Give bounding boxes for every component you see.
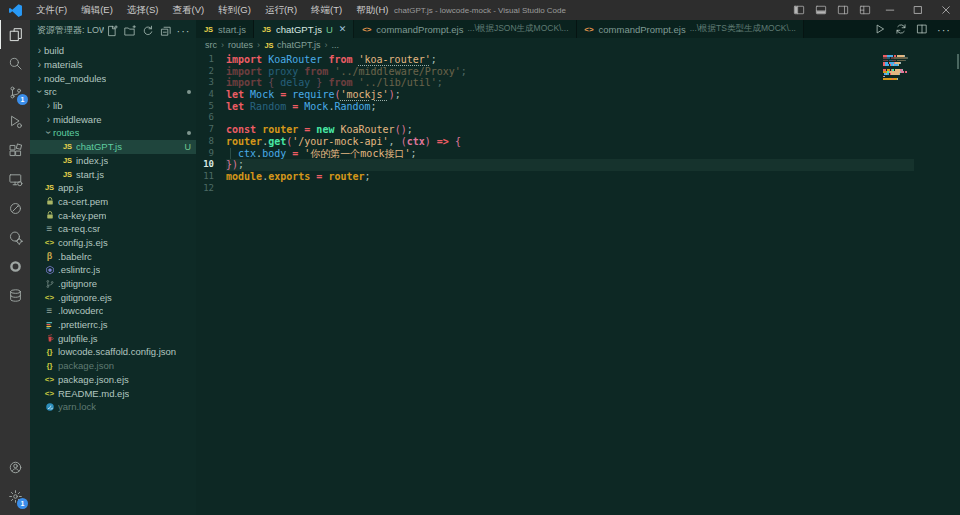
tree-file-.lowcoderc[interactable]: ≡.lowcoderc — [30, 304, 196, 318]
tree-folder-node-modules[interactable]: ›node_modules — [30, 71, 196, 85]
tree-item-label: build — [44, 45, 64, 56]
account-activity-button[interactable] — [0, 453, 30, 482]
menu-item-6[interactable]: 运行(R) — [258, 0, 304, 20]
customize-layout-button[interactable] — [854, 0, 876, 20]
explorer-activity-button[interactable] — [0, 20, 30, 49]
code-line-1[interactable]: 1import KoaRouter from 'koa-router'; — [196, 54, 960, 66]
tab-commandPrompt.ejs[interactable]: <>commandPrompt.ejs...\根据JSON生成MOCK\... — [354, 20, 576, 38]
tree-folder-src[interactable]: ›src — [30, 85, 196, 99]
remote-explorer-activity-button[interactable] — [0, 165, 30, 194]
code-line-10[interactable]: 10}); — [196, 159, 960, 171]
views-more-actions-button[interactable]: ··· — [176, 23, 191, 38]
menu-item-5[interactable]: 转到(G) — [211, 0, 258, 20]
activity-bar: 11 — [0, 20, 30, 515]
tree-folder-build[interactable]: ›build — [30, 44, 196, 58]
menu-item-2[interactable]: 编辑(E) — [74, 0, 120, 20]
new-folder-button[interactable] — [122, 23, 137, 38]
editor-actions: ··· — [874, 20, 960, 38]
code-line-8[interactable]: 8router.get('/your-mock-api', (ctx) => { — [196, 136, 960, 148]
line-number: 2 — [196, 66, 226, 78]
menu-item-7[interactable]: 终端(T) — [304, 0, 349, 20]
tool-donut-activity-button[interactable] — [0, 252, 30, 281]
tab-commandPrompt.ejs[interactable]: <>commandPrompt.ejs...\根据TS类型生成MOCK\... — [577, 20, 804, 38]
code-editor[interactable]: 1import KoaRouter from 'koa-router';2imp… — [196, 52, 960, 515]
maximize-button[interactable] — [904, 0, 932, 20]
tree-file-ca-cert.pem[interactable]: ca-cert.pem — [30, 195, 196, 209]
extensions-activity-button[interactable] — [0, 136, 30, 165]
code-line-11[interactable]: 11module.exports = router; — [196, 171, 960, 183]
menu-item-1[interactable]: 文件(F) — [29, 0, 74, 20]
code-line-4[interactable]: 4let Mock = require('mockjs'); — [196, 89, 960, 101]
tree-file-.prettierrc.js[interactable]: .prettierrc.js — [30, 318, 196, 332]
tab-close-icon[interactable]: ✕ — [339, 24, 347, 34]
menu-item-8[interactable]: 帮助(H) — [349, 0, 395, 20]
run-and-debug-activity-button[interactable] — [0, 107, 30, 136]
tab-label: commandPrompt.ejs — [376, 24, 463, 35]
tree-file-README.md.ejs[interactable]: <>README.md.ejs — [30, 386, 196, 400]
babel-file-icon: β — [44, 251, 58, 262]
tree-file-gulpfile.js[interactable]: gulpfile.js — [30, 331, 196, 345]
source-control-activity-button[interactable]: 1 — [0, 78, 30, 107]
tab-start.js[interactable]: JSstart.js — [196, 20, 254, 38]
settings-activity-button[interactable]: 1 — [0, 482, 30, 511]
code-line-12[interactable]: 12 — [196, 183, 960, 195]
new-file-button[interactable] — [104, 23, 119, 38]
refresh-explorer-button[interactable] — [140, 23, 155, 38]
tree-file-index.js[interactable]: JSindex.js — [30, 154, 196, 168]
toggle-secondary-sidebar-button[interactable] — [832, 0, 854, 20]
tree-file-package.json.ejs[interactable]: <>package.json.ejs — [30, 373, 196, 387]
tree-file-yarn.lock[interactable]: yarn.lock — [30, 400, 196, 414]
minimize-button[interactable] — [876, 0, 904, 20]
code-line-6[interactable]: 6 — [196, 112, 960, 124]
tree-folder-routes[interactable]: ›routes — [30, 126, 196, 140]
database-activity-button[interactable] — [0, 281, 30, 310]
breadcrumb-item-...[interactable]: ... — [332, 40, 340, 50]
tree-file-ca-req.csr[interactable]: ≡ca-req.csr — [30, 222, 196, 236]
ejs-file-icon: <> — [44, 237, 58, 248]
tree-file-app.js[interactable]: JSapp.js — [30, 181, 196, 195]
more-actions-button[interactable]: ··· — [937, 20, 951, 38]
tree-folder-middleware[interactable]: ›middleware — [30, 112, 196, 126]
tree-file-.gitignore.ejs[interactable]: <>.gitignore.ejs — [30, 290, 196, 304]
code-line-7[interactable]: 7const router = new KoaRouter(); — [196, 124, 960, 136]
menu-item-4[interactable]: 查看(V) — [165, 0, 211, 20]
breadcrumb-item-src[interactable]: src — [205, 40, 217, 50]
code-line-5[interactable]: 5let Random = Mock.Random; — [196, 101, 960, 113]
toggle-panel-button[interactable] — [810, 0, 832, 20]
sync-run-button[interactable] — [895, 23, 907, 35]
toggle-primary-sidebar-button[interactable] — [788, 0, 810, 20]
tool-circle-gear-activity-button[interactable] — [0, 223, 30, 252]
scrollbar[interactable] — [957, 54, 959, 69]
tree-file-package.json[interactable]: {}package.json — [30, 359, 196, 373]
tree-folder-lib[interactable]: ›lib — [30, 99, 196, 113]
code-line-9[interactable]: 9 ctx.body = '你的第一个mock接口'; — [196, 148, 960, 160]
close-button[interactable] — [932, 0, 960, 20]
tree-file-chatGPT.js[interactable]: JSchatGPT.jsU — [30, 140, 196, 154]
tree-file-start.js[interactable]: JSstart.js — [30, 167, 196, 181]
collapse-folders-button[interactable] — [158, 23, 173, 38]
code-line-content: const router = new KoaRouter(); — [226, 124, 914, 136]
breadcrumb-item-chatGPT.js[interactable]: JSchatGPT.js — [264, 40, 321, 50]
menu-item-3[interactable]: 选择(S) — [120, 0, 166, 20]
breadcrumb[interactable]: src›routes›JSchatGPT.js›... — [196, 38, 960, 52]
tree-file-ca-key.pem[interactable]: ca-key.pem — [30, 208, 196, 222]
tree-folder-materials[interactable]: ›materials — [30, 58, 196, 72]
run-and-debug-icon — [8, 114, 23, 129]
code-line-2[interactable]: 2import proxy from '../middleware/Proxy'… — [196, 66, 960, 78]
breadcrumb-item-routes[interactable]: routes — [228, 40, 253, 50]
explorer-actions: ··· — [104, 23, 191, 38]
tab-chatGPT.js[interactable]: JSchatGPT.jsU✕ — [254, 20, 354, 38]
tree-file-.babelrc[interactable]: β.babelrc — [30, 249, 196, 263]
tree-file-.gitignore[interactable]: .gitignore — [30, 277, 196, 291]
search-activity-button[interactable] — [0, 49, 30, 78]
tool-circle-slash-activity-button[interactable] — [0, 194, 30, 223]
chevron-right-icon: › — [44, 115, 53, 124]
tree-file-.eslintrc.js[interactable]: .eslintrc.js — [30, 263, 196, 277]
split-editor-button[interactable] — [916, 23, 928, 35]
run-code-button[interactable] — [874, 23, 886, 35]
tree-file-config.js.ejs[interactable]: <>config.js.ejs — [30, 236, 196, 250]
ejs-file-icon: <> — [44, 374, 58, 385]
code-line-3[interactable]: 3import { delay } from '../lib/util'; — [196, 77, 960, 89]
json-file-icon: {} — [44, 360, 58, 371]
tree-file-lowcode.scaffold.config.json[interactable]: {}lowcode.scaffold.config.json — [30, 345, 196, 359]
